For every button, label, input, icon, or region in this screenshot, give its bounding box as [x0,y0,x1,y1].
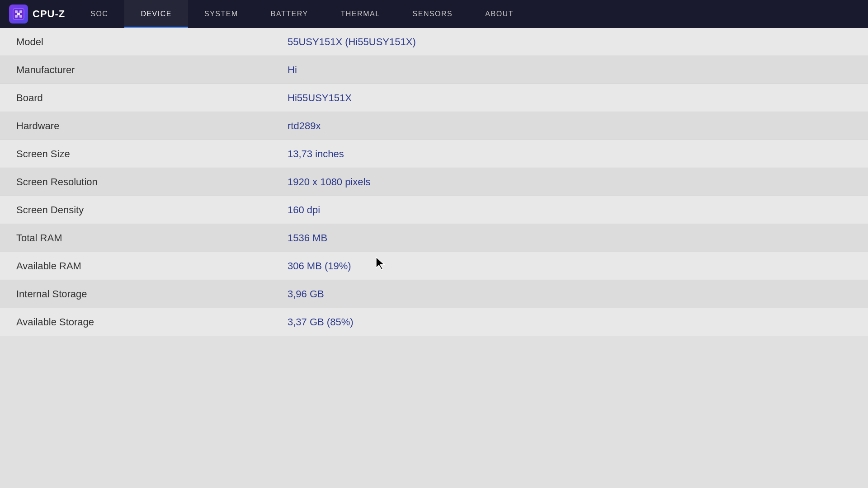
value-board: Hi55USY151X [288,92,852,104]
value-screen-resolution: 868 x 488 pixels [288,176,852,188]
label-total-ram: Total RAM [16,232,288,244]
navbar: CPU-Z SOC DEVICE SYSTEM BATTERY THERMAL … [0,0,868,28]
tab-sensors[interactable]: SENSORS [396,0,469,28]
row-available-storage: Available Storage 3,37 GB (85%) [0,308,868,336]
value-screen-size: 13,73 inches [288,148,852,160]
label-internal-storage: Internal Storage [16,288,288,300]
label-model: Model [16,36,288,48]
row-screen-size: Screen Size 13,73 inches [0,140,868,168]
content-area: Model 55USY151X (Hi55USY151X) Manufactur… [0,28,868,336]
label-board: Board [16,92,288,104]
row-screen-density: Screen Density 160 dpi [0,196,868,224]
svg-rect-4 [19,15,22,18]
row-manufacturer: Manufacturer Hi [0,56,868,84]
tab-system[interactable]: SYSTEM [188,0,255,28]
value-manufacturer: Hi [288,64,852,76]
app-logo-icon [9,5,28,23]
row-available-ram: Available RAM 306 MB (19%) [0,252,868,280]
app-logo-text: CPU-Z [33,8,65,20]
value-internal-storage: 3,96 GB [288,288,852,300]
tab-about[interactable]: ABOUT [469,0,530,28]
value-available-storage: 3,37 GB (85%) [288,316,852,328]
row-total-ram: Total RAM 1536 MB [0,224,868,252]
label-available-ram: Available RAM [16,260,288,272]
logo-area: CPU-Z [0,5,74,23]
row-board: Board Hi55USY151X [0,84,868,112]
value-screen-density: 160 dpi [288,204,852,216]
svg-rect-5 [17,13,20,15]
row-screen-resolution: Screen Resolution 868 x 488 pixels [0,168,868,196]
svg-rect-3 [15,15,18,18]
svg-rect-2 [19,10,22,13]
label-hardware: Hardware [16,120,288,132]
value-total-ram: 1536 MB [288,232,852,244]
nav-tabs: SOC DEVICE SYSTEM BATTERY THERMAL SENSOR… [74,0,868,28]
value-model: 55USY151X (Hi55USY151X) [288,36,852,48]
svg-rect-1 [15,10,18,13]
device-info-table: Model 55USY151X (Hi55USY151X) Manufactur… [0,28,868,336]
label-available-storage: Available Storage [16,316,288,328]
label-screen-density: Screen Density [16,204,288,216]
tab-battery[interactable]: BATTERY [255,0,325,28]
label-manufacturer: Manufacturer [16,64,288,76]
tab-thermal[interactable]: THERMAL [325,0,396,28]
tab-device[interactable]: DEVICE [124,0,188,28]
value-hardware: rtd289x [288,120,852,132]
row-hardware: Hardware rtd289x [0,112,868,140]
tab-soc[interactable]: SOC [74,0,124,28]
label-screen-resolution: Screen Resolution [16,176,288,188]
row-model: Model 55USY151X (Hi55USY151X) [0,28,868,56]
row-internal-storage: Internal Storage 3,96 GB [0,280,868,308]
label-screen-size: Screen Size [16,148,288,160]
value-available-ram: 306 MB (19%) [288,260,852,272]
